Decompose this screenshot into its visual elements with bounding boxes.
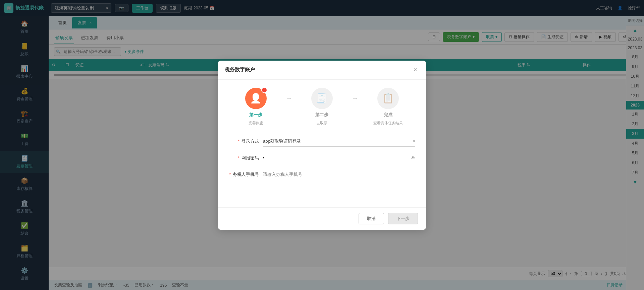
step1-icon: 👤	[250, 93, 262, 104]
step3-desc: 查看具体任务结果	[373, 121, 403, 126]
dialog-overlay[interactable]: 税务数字账户 × 👤 ! 第一步 完善账密 →	[0, 0, 644, 290]
phone-label: * 办税人手机号	[229, 171, 259, 177]
login-method-label: * 登录方式	[229, 138, 259, 144]
step-1: 👤 ! 第一步 完善账密	[229, 88, 283, 126]
dialog-header: 税务数字账户 ×	[218, 61, 426, 80]
dialog-footer: 取消 下一步	[218, 207, 426, 230]
phone-input[interactable]	[263, 170, 415, 179]
step2-desc: 去取票	[316, 121, 327, 126]
required-star-1: *	[238, 139, 239, 144]
step2-label: 第二步	[315, 112, 328, 118]
step2-icon-wrap: 🧾	[311, 88, 333, 109]
login-method-row: * 登录方式 app获取验证码登录 ▾	[229, 136, 415, 147]
arrow-2-icon: →	[349, 94, 361, 102]
step-2: 🧾 第二步 去取票	[295, 88, 349, 126]
login-method-arrow-icon: ▾	[413, 139, 415, 144]
required-star-2: *	[238, 155, 239, 160]
dialog-close-btn[interactable]: ×	[411, 66, 419, 74]
step1-badge: !	[261, 87, 267, 93]
next-button[interactable]: 下一步	[388, 213, 418, 224]
step1-label: 第一步	[249, 112, 262, 118]
login-method-value: app获取验证码登录	[263, 138, 301, 144]
password-input[interactable]	[263, 155, 411, 160]
dialog-title: 税务数字账户	[225, 67, 255, 73]
password-label: * 网报密码	[229, 155, 259, 161]
arrow-1-icon: →	[283, 94, 295, 102]
form-spacer	[229, 186, 415, 199]
step1-desc: 完善账密	[249, 121, 263, 126]
login-method-select[interactable]: app获取验证码登录 ▾	[263, 136, 415, 147]
step3-icon: 📋	[382, 93, 394, 104]
step1-icon-wrap: 👤 !	[245, 88, 267, 109]
dialog-body: 👤 ! 第一步 完善账密 → 🧾 第二步 去取票 →	[218, 80, 426, 207]
password-wrap: 👁	[263, 153, 415, 163]
step3-icon-wrap: 📋	[377, 88, 399, 109]
step3-label: 完成	[384, 112, 392, 118]
phone-row: * 办税人手机号	[229, 170, 415, 179]
password-row: * 网报密码 👁	[229, 153, 415, 163]
dialog-form: * 登录方式 app获取验证码登录 ▾ * 网报密码	[229, 136, 415, 179]
close-icon: ×	[414, 66, 417, 73]
steps: 👤 ! 第一步 完善账密 → 🧾 第二步 去取票 →	[229, 88, 415, 126]
required-star-3: *	[229, 172, 231, 177]
step2-icon: 🧾	[316, 93, 328, 104]
tax-digital-dialog: 税务数字账户 × 👤 ! 第一步 完善账密 →	[218, 61, 426, 230]
cancel-button[interactable]: 取消	[359, 213, 384, 224]
step-3: 📋 完成 查看具体任务结果	[361, 88, 415, 126]
eye-icon[interactable]: 👁	[411, 155, 415, 161]
